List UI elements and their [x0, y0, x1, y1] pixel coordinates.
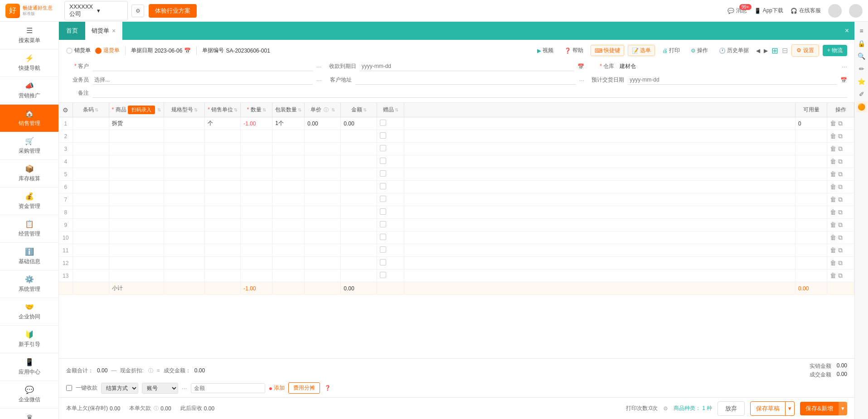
- discard-button[interactable]: 放弃: [718, 401, 745, 416]
- nav-prev-icon[interactable]: ◀: [756, 48, 760, 54]
- setting-button[interactable]: ⚙ 设置: [791, 44, 819, 57]
- cell-barcode-1[interactable]: [73, 117, 109, 130]
- one-click-checkbox[interactable]: [66, 385, 72, 391]
- app-download-item[interactable]: 📱 App下载: [754, 7, 783, 14]
- message-item[interactable]: 💬 消息 99+: [727, 7, 747, 14]
- history-btn[interactable]: 🕐 历史单据: [715, 45, 752, 56]
- copy-row-8-icon[interactable]: ⧉: [838, 208, 843, 216]
- gift-checkbox-3[interactable]: [380, 145, 386, 151]
- save-new-button[interactable]: 保存&新增: [800, 402, 839, 415]
- sidebar-item-operation[interactable]: 📋 经营管理: [0, 215, 58, 243]
- sidebar-item-appstore[interactable]: 📱 应用中心: [0, 353, 58, 381]
- copy-row-4-icon[interactable]: ⧉: [838, 158, 843, 165]
- salesperson-input[interactable]: [92, 75, 313, 85]
- gift-checkbox-6[interactable]: [380, 183, 386, 189]
- nav-next-icon[interactable]: ▶: [764, 48, 768, 54]
- amount-input[interactable]: [191, 383, 265, 393]
- right-panel-btn-4[interactable]: ✏: [856, 63, 867, 74]
- sidebar-item-wechat[interactable]: 💬 企业微信: [0, 381, 58, 409]
- delete-row-8-icon[interactable]: 🗑: [830, 208, 836, 216]
- gift-checkbox-10[interactable]: [380, 234, 386, 240]
- gift-checkbox-4[interactable]: [380, 158, 386, 164]
- addr-expand-icon[interactable]: ···: [579, 77, 585, 84]
- customer-expand-icon[interactable]: ···: [316, 63, 322, 70]
- gift-checkbox-13[interactable]: [380, 272, 386, 278]
- cell-spec-1[interactable]: [164, 117, 205, 130]
- salesperson-expand-icon[interactable]: ···: [316, 77, 322, 84]
- sidebar-item-finance[interactable]: 💰 资金管理: [0, 188, 58, 215]
- delete-row-12-icon[interactable]: 🗑: [830, 259, 836, 267]
- copy-row-7-icon[interactable]: ⧉: [838, 196, 843, 203]
- sidebar-item-inventory[interactable]: 📦 库存核算: [0, 160, 58, 188]
- warehouse-expand-icon[interactable]: ···: [842, 63, 847, 70]
- sidebar-item-quicknav[interactable]: ⚡ 快捷导航: [0, 49, 58, 77]
- sidebar-item-system[interactable]: ⚙️ 系统管理: [0, 270, 58, 298]
- delete-row-4-icon[interactable]: 🗑: [830, 158, 836, 165]
- online-service-item[interactable]: 🎧 在线客服: [790, 7, 821, 14]
- print-btn[interactable]: 🖨 打印: [659, 45, 684, 56]
- due-date-calendar-icon[interactable]: 📅: [577, 63, 584, 70]
- customer-addr-input[interactable]: [355, 75, 576, 85]
- table-config-icon[interactable]: ⚙: [63, 106, 68, 114]
- delete-row-7-icon[interactable]: 🗑: [830, 196, 836, 203]
- expected-date-calendar-icon[interactable]: 📅: [840, 77, 847, 83]
- due-date-input[interactable]: [360, 62, 574, 71]
- gift-checkbox-12[interactable]: [380, 259, 386, 265]
- payment-method-select[interactable]: 结算方式: [101, 383, 138, 394]
- sidebar-item-search[interactable]: ☰ 搜索菜单: [0, 22, 58, 49]
- save-draft-arrow-button[interactable]: ▾: [786, 401, 795, 416]
- customer-input[interactable]: [92, 62, 313, 71]
- tab-sale-order[interactable]: 销货单 ×: [85, 22, 122, 40]
- gift-checkbox-11[interactable]: [380, 246, 386, 253]
- copy-row-1-icon[interactable]: ⧉: [838, 120, 843, 127]
- right-panel-btn-6[interactable]: ✐: [856, 89, 867, 100]
- save-new-arrow-button[interactable]: ▾: [839, 402, 847, 415]
- radio-sale[interactable]: 销货单: [66, 47, 91, 54]
- copy-row-5-icon[interactable]: ⧉: [838, 170, 843, 178]
- video-btn[interactable]: ▶ 视频: [533, 45, 557, 56]
- th-settings[interactable]: ⚙: [59, 103, 73, 117]
- add-button[interactable]: ● 添加: [269, 384, 285, 392]
- gift-checkbox-8[interactable]: [380, 208, 386, 215]
- delete-row-1-icon[interactable]: 🗑: [830, 120, 836, 127]
- copy-row-10-icon[interactable]: ⧉: [838, 234, 843, 241]
- settings-icon[interactable]: ⚙: [131, 5, 144, 17]
- right-panel-btn-7[interactable]: 🟠: [856, 101, 867, 112]
- sidebar-item-guide[interactable]: 🔰 新手引导: [0, 326, 58, 353]
- copy-row-12-icon[interactable]: ⧉: [838, 259, 843, 267]
- gift-checkbox-7[interactable]: [380, 196, 386, 202]
- right-panel-btn-1[interactable]: ≡: [856, 25, 867, 36]
- gift-checkbox-1[interactable]: [380, 120, 386, 126]
- company-selector[interactable]: XXXXXX公司 ▾: [64, 1, 128, 20]
- avatar[interactable]: [828, 4, 842, 18]
- delete-row-5-icon[interactable]: 🗑: [830, 170, 836, 178]
- shortcut-btn[interactable]: ⌨ 快捷键: [591, 45, 624, 56]
- flow-button[interactable]: + 物流: [823, 45, 847, 56]
- delete-row-13-icon[interactable]: 🗑: [830, 272, 836, 279]
- delete-row-2-icon[interactable]: 🗑: [830, 132, 836, 140]
- trial-button[interactable]: 体验行业方案: [149, 4, 197, 18]
- expected-date-input[interactable]: [628, 75, 837, 85]
- right-panel-btn-3[interactable]: 🔍: [856, 51, 867, 62]
- tab-close-icon[interactable]: ×: [112, 27, 116, 34]
- ops-btn[interactable]: ⚙ 操作: [687, 45, 712, 56]
- sidebar-item-basic[interactable]: ℹ️ 基础信息: [0, 243, 58, 270]
- copy-row-3-icon[interactable]: ⧉: [838, 145, 843, 153]
- help-btn[interactable]: ❓ 帮助: [561, 45, 587, 56]
- tab-home[interactable]: 首页: [59, 22, 85, 40]
- delete-row-6-icon[interactable]: 🗑: [830, 183, 836, 191]
- print-settings-icon[interactable]: ⚙: [663, 405, 668, 412]
- sidebar-item-cooperation[interactable]: 🤝 企业协同: [0, 298, 58, 326]
- gift-checkbox-5[interactable]: [380, 170, 386, 177]
- copy-row-6-icon[interactable]: ⧉: [838, 183, 843, 191]
- delete-row-10-icon[interactable]: 🗑: [830, 234, 836, 241]
- save-draft-button[interactable]: 保存草稿: [750, 401, 786, 416]
- copy-row-13-icon[interactable]: ⧉: [838, 272, 843, 279]
- calendar-icon[interactable]: 📅: [184, 48, 191, 54]
- account-select[interactable]: 账号: [142, 383, 178, 394]
- copy-row-2-icon[interactable]: ⧉: [838, 132, 843, 140]
- delete-row-11-icon[interactable]: 🗑: [830, 246, 836, 254]
- gift-checkbox-9[interactable]: [380, 221, 386, 227]
- grid-icon[interactable]: ⊞: [771, 46, 778, 56]
- gift-checkbox-2[interactable]: [380, 132, 386, 139]
